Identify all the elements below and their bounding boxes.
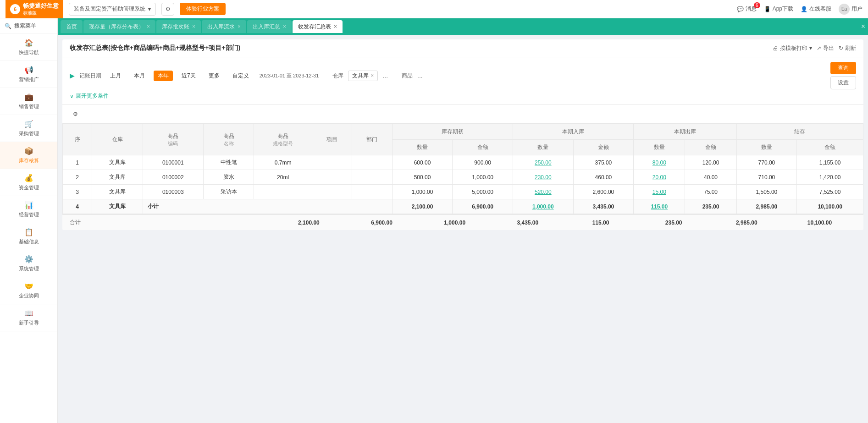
page-header: 收发存汇总表(按仓库+商品编码+商品+规格型号+项目+部门) 🖨 按模板打印 ▾… <box>62 39 863 57</box>
top-bar: 6 畅捷通好生意 标准版 装备及固定资产辅助管理系统 ▾ ⚙ 体验行业方案 💬 … <box>0 0 868 18</box>
cell-name: 中性笔 <box>203 155 254 170</box>
expand-conditions-btn[interactable]: ∨ 展开更多条件 <box>70 92 856 100</box>
query-btn[interactable]: 查询 <box>830 62 856 74</box>
tab-home[interactable]: 首页 <box>61 20 83 33</box>
goods-label: 商品 <box>402 72 413 80</box>
cell-name: 胶水 <box>203 170 254 185</box>
tab-batch[interactable]: 库存批次账 × <box>156 20 201 33</box>
sidebar-item-purchase[interactable]: 🛒 采购管理 <box>0 115 57 142</box>
sub-open-amt: 6,900.00 <box>453 199 513 214</box>
filter-date-this-month[interactable]: 本月 <box>130 71 149 81</box>
warehouse-dots[interactable]: ... <box>382 72 388 79</box>
sidebar-item-quick[interactable]: 🏠 快捷导航 <box>0 34 57 61</box>
export-label: 导出 <box>823 44 834 52</box>
tab-recv-send-close[interactable]: × <box>334 23 337 30</box>
app-sub: 标准版 <box>23 10 59 16</box>
filter-date-7days[interactable]: 近7天 <box>177 71 200 81</box>
cell-in-qty[interactable]: 250.00 <box>513 155 573 170</box>
cell-in-qty[interactable]: 520.00 <box>513 185 573 199</box>
cell-open-qty: 1,000.00 <box>392 185 453 199</box>
sub-in-qty[interactable]: 1,000.00 <box>513 199 573 214</box>
table-footer: 合计 2,100.00 6,900.00 1,000.00 3,435.00 1… <box>62 214 863 230</box>
filter-actions: 查询 设置 <box>830 62 856 89</box>
warehouse-tag-close[interactable]: × <box>370 72 374 79</box>
tab-recv-send[interactable]: 收发存汇总表 × <box>293 20 343 33</box>
cell-open-amt: 5,000.00 <box>453 185 513 199</box>
cell-in-qty[interactable]: 230.00 <box>513 170 573 185</box>
refresh-btn[interactable]: ↻ 刷新 <box>839 44 856 52</box>
export-btn[interactable]: ↗ 导出 <box>817 44 834 52</box>
cell-in-amt: 460.00 <box>573 170 634 185</box>
tab-stock-dist[interactable]: 现存量（库存分布表） × <box>83 20 155 33</box>
th-dept: 部门 <box>352 124 392 155</box>
collab-icon: 🤝 <box>24 282 33 291</box>
sidebar-item-basic[interactable]: 📋 基础信息 <box>0 223 57 250</box>
warehouse-tag[interactable]: 文具库 × <box>348 71 378 81</box>
warehouse-label: 仓库 <box>332 72 343 80</box>
sub-close-qty: 2,985.00 <box>736 199 797 214</box>
th-project: 项目 <box>312 124 352 155</box>
online-service-btn[interactable]: 👤 在线客服 <box>801 5 831 13</box>
sidebar-item-sales[interactable]: 💼 销售管理 <box>0 88 57 115</box>
sidebar-item-operations[interactable]: 📊 经营管理 <box>0 196 57 223</box>
inventory-icon: 📦 <box>24 147 33 155</box>
tab-inout-summary[interactable]: 出入库汇总 × <box>247 20 292 33</box>
table-row: 3 文具库 0100003 采访本 1,000.00 5,000.00 520.… <box>63 185 863 199</box>
filter-expand-icon[interactable]: ▶ <box>70 72 75 79</box>
message-badge: 6 <box>754 2 760 8</box>
filter-row-1: ▶ 记账日期 上月 本月 本年 近7天 更多 自定义 2023-01-01 至 … <box>70 62 856 89</box>
sidebar-item-marketing[interactable]: 📢 营销推广 <box>0 61 57 88</box>
sub-no: 4 <box>63 199 92 214</box>
tab-batch-close[interactable]: × <box>192 23 195 30</box>
experience-btn[interactable]: 体验行业方案 <box>180 3 226 15</box>
table-settings-btn[interactable]: ⚙ <box>70 109 81 120</box>
filter-date-last-month[interactable]: 上月 <box>106 71 125 81</box>
tab-inout-flow-close[interactable]: × <box>238 23 241 30</box>
phone-icon: 📱 <box>764 6 771 12</box>
export-icon: ↗ <box>817 45 821 51</box>
user-btn[interactable]: Ea 用户 <box>839 4 862 15</box>
cell-out-qty[interactable]: 15.00 <box>634 185 685 199</box>
filter-date-this-year[interactable]: 本年 <box>154 71 173 81</box>
cell-out-qty[interactable]: 80.00 <box>634 155 685 170</box>
footer-close-amt: 10,100.00 <box>783 220 856 226</box>
app-download-btn[interactable]: 📱 App下载 <box>764 5 793 13</box>
footer-out-qty: 115.00 <box>564 220 637 226</box>
filter-row-2: ∨ 展开更多条件 <box>70 92 856 100</box>
service-icon: 👤 <box>801 6 807 12</box>
system-icon: ⚙️ <box>24 255 33 264</box>
tabs-bar: 首页 现存量（库存分布表） × 库存批次账 × 出入库流水 × 出入库汇总 × … <box>58 18 868 35</box>
tab-stock-dist-close[interactable]: × <box>147 23 150 30</box>
message-btn[interactable]: 💬 消息 6 <box>737 5 757 13</box>
sub-out-amt: 235.00 <box>685 199 736 214</box>
sidebar-item-collab[interactable]: 🤝 企业协同 <box>0 277 57 304</box>
tab-inout-summary-close[interactable]: × <box>283 23 286 30</box>
th-closing-group: 结存 <box>736 124 863 140</box>
filter-date-more[interactable]: 更多 <box>205 71 224 81</box>
sidebar-item-finance[interactable]: 💰 资金管理 <box>0 169 57 196</box>
cell-code: 0100003 <box>143 185 203 199</box>
sidebar-item-system[interactable]: ⚙️ 系统管理 <box>0 250 57 277</box>
cell-out-qty[interactable]: 20.00 <box>634 170 685 185</box>
goods-dots[interactable]: ... <box>417 72 423 79</box>
sub-out-qty[interactable]: 115.00 <box>634 199 685 214</box>
print-btn[interactable]: 🖨 按模板打印 ▾ <box>773 44 812 52</box>
cell-close-amt: 7,525.00 <box>797 185 863 199</box>
sidebar-item-guide[interactable]: 📖 新手引导 <box>0 304 57 331</box>
cell-name: 采访本 <box>203 185 254 199</box>
filter-date-custom[interactable]: 自定义 <box>228 71 253 81</box>
th-out-group: 本期出库 <box>634 124 736 140</box>
basic-icon: 📋 <box>24 228 33 236</box>
system-selector[interactable]: 装备及固定资产辅助管理系统 ▾ <box>69 3 156 16</box>
tab-inout-flow[interactable]: 出入库流水 × <box>202 20 246 33</box>
settings-btn-small[interactable]: 设置 <box>830 76 856 89</box>
sub-in-amt: 3,435.00 <box>573 199 634 214</box>
sidebar-item-inventory[interactable]: 📦 库存核算 <box>0 142 57 169</box>
cell-project <box>312 185 352 199</box>
sidebar-search[interactable]: 🔍 搜索菜单 <box>0 18 57 34</box>
tabs-close-all[interactable]: × <box>861 22 865 31</box>
cell-in-amt: 2,600.00 <box>573 185 634 199</box>
tab-batch-label: 库存批次账 <box>162 23 189 31</box>
settings-icon[interactable]: ⚙ <box>161 3 174 16</box>
footer-in-qty: 1,000.00 <box>418 220 491 226</box>
